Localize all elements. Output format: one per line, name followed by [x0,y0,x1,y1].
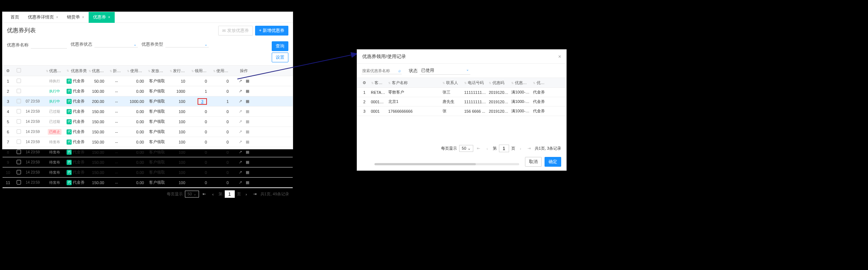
checkbox[interactable] [17,150,21,154]
gear-column[interactable]: ⚙ [359,80,369,85]
qr-icon[interactable]: ▦ [245,170,250,175]
share-icon[interactable]: ↗ [238,79,243,84]
gear-column[interactable]: ⚙ [3,68,13,73]
row-checkbox[interactable] [13,109,24,114]
share-icon[interactable]: ↗ [238,180,243,185]
page-input[interactable] [225,190,235,198]
tab-detail[interactable]: 优惠券详情页× [24,12,63,23]
coupon-type-column[interactable]: ⇅优惠券类... [532,80,548,86]
prev-page-button[interactable]: ‹ [210,191,216,198]
table-row[interactable]: 1 RETAIL... 零散客户 张三 11111111111 2019120 … [357,88,566,97]
collect-count-link[interactable]: 3 [198,98,207,105]
row-checkbox[interactable] [13,170,24,175]
close-icon[interactable]: × [108,15,110,19]
type-select[interactable]: ⌄ [165,42,209,47]
qr-icon[interactable]: ▦ [245,119,250,124]
row-checkbox[interactable] [13,140,24,145]
table-row[interactable]: 8 14 23:59 待发布 代代金券 150.00 -- 0.00 客户领取 … [3,147,293,157]
next-page-button[interactable]: › [517,145,524,152]
coupon-name-input[interactable] [31,41,67,49]
checkbox[interactable] [17,99,21,103]
table-row[interactable]: 11 14 23:59 待发布 代代金券 150.00 -- 0.00 客户领取… [3,178,293,188]
row-checkbox[interactable] [13,160,24,165]
type-column[interactable]: ⇅优惠券类型 [65,68,87,74]
first-page-button[interactable]: ⇤ [201,191,208,198]
subject-column[interactable]: ⇅优惠主题 [510,80,532,86]
checkbox[interactable] [17,140,21,144]
horizontal-scrollbar[interactable] [374,163,519,165]
table-row[interactable]: 3 0001 17666666666 张 156 6666 ... 201912… [357,107,566,116]
last-page-button[interactable]: ⇥ [252,191,258,198]
settings-button[interactable]: 设置 [272,53,288,62]
checkbox[interactable] [17,160,21,164]
per-page-select[interactable]: 50 ⌄ [459,145,473,152]
table-row[interactable]: 6 14 23:59 已终止 代代金券 150.00 -- 0.00 客户领取 … [3,127,293,137]
scrollbar-thumb[interactable] [374,163,476,165]
table-row[interactable]: 10 14 23:59 待发布 代代金券 150.00 -- 0.00 客户领取… [3,167,293,178]
customer-name-column[interactable]: ⇅客户名称 [387,80,441,86]
discount-column[interactable]: ⇅折扣% [108,68,125,74]
qr-icon[interactable]: ▦ [245,150,250,155]
status-select[interactable]: ⌄ [94,42,138,47]
table-row[interactable]: 4 14 23:59 已过期 代代金券 150.00 -- 0.00 客户领取 … [3,107,293,117]
issue-coupon-button[interactable]: ✉发放优惠券 [218,26,253,36]
prev-page-button[interactable]: ‹ [484,145,491,152]
contact-column[interactable]: ⇅联系人 [441,80,463,86]
table-row[interactable]: 9 14 23:59 待发布 代代金券 150.00 -- 0.00 客户领取 … [3,157,293,167]
qr-icon[interactable]: ▦ [245,180,250,185]
qr-icon[interactable]: ▦ [245,79,250,84]
issue-qty-column[interactable]: ⇅发行数量 [168,68,190,74]
qr-icon[interactable]: ▦ [245,99,250,104]
collect-qty-column[interactable]: ⇅领用数量 [190,68,211,74]
checkbox[interactable] [17,170,21,174]
threshold-column[interactable]: ⇅使用门槛... [125,68,146,74]
qr-icon[interactable]: ▦ [245,140,250,145]
table-row[interactable]: 1 待执行 代代金券 50.00 -- 0.00 客户领取 10 0 0 ↗ ▦ [3,76,293,86]
close-icon[interactable]: × [82,15,84,19]
qr-icon[interactable]: ▦ [245,129,250,134]
method-column[interactable]: ⇅发放方式 [146,68,168,74]
search-button[interactable]: 查询 [272,41,288,51]
row-checkbox[interactable] [13,99,24,104]
tab-coupon[interactable]: 优惠券× [89,12,115,23]
checkbox-all[interactable] [17,68,21,72]
share-icon[interactable]: ↗ [238,109,243,114]
face-column[interactable]: ⇅优惠券面值 [87,68,108,74]
coupon-code-column[interactable]: ⇅优惠码 [487,80,510,86]
share-icon[interactable]: ↗ [238,89,243,94]
share-icon[interactable]: ↗ [238,99,243,104]
status-column[interactable]: ⇅优惠券状态 [44,68,65,74]
share-icon[interactable]: ↗ [238,119,243,124]
checkbox[interactable] [17,79,21,83]
row-checkbox[interactable] [13,79,24,84]
share-icon[interactable]: ↗ [238,140,243,145]
customer-code-column[interactable]: ⇅客户... [369,80,387,86]
last-page-button[interactable]: ⇥ [526,145,533,152]
use-qty-column[interactable]: ⇅使用数量 [211,68,233,74]
checkbox[interactable] [17,109,21,113]
share-icon[interactable]: ↗ [238,129,243,134]
close-icon[interactable]: × [558,54,561,59]
search-icon[interactable]: ⌕ [398,68,401,73]
qr-icon[interactable]: ▦ [245,160,250,165]
table-row[interactable]: 3 07 23:59 执行中 代代金券 200.00 -- 1000.00 客户… [3,96,293,107]
page-input[interactable] [499,145,509,152]
modal-status-select[interactable]: 已使用 ⌄ [420,67,470,75]
table-row[interactable]: 2 执行中 代代金券 100.00 -- 0.00 客户领取 1000 1 0 … [3,86,293,96]
confirm-button[interactable]: 确定 [545,157,561,167]
share-icon[interactable]: ↗ [238,150,243,155]
checkbox[interactable] [17,119,21,124]
tab-home[interactable]: 首页 [6,12,24,23]
share-icon[interactable]: ↗ [238,160,243,165]
per-page-select[interactable]: 50 ⌄ [185,191,199,198]
row-checkbox[interactable] [13,89,24,94]
row-checkbox[interactable] [13,119,24,124]
next-page-button[interactable]: › [243,191,250,198]
add-coupon-button[interactable]: + 新增优惠券 [255,26,288,36]
row-checkbox[interactable] [13,180,24,185]
checkbox[interactable] [17,129,21,134]
qr-icon[interactable]: ▦ [245,89,250,94]
phone-column[interactable]: ⇅电话号码 [463,80,487,86]
tab-sales[interactable]: 销货单× [63,12,89,23]
share-icon[interactable]: ↗ [238,170,243,175]
